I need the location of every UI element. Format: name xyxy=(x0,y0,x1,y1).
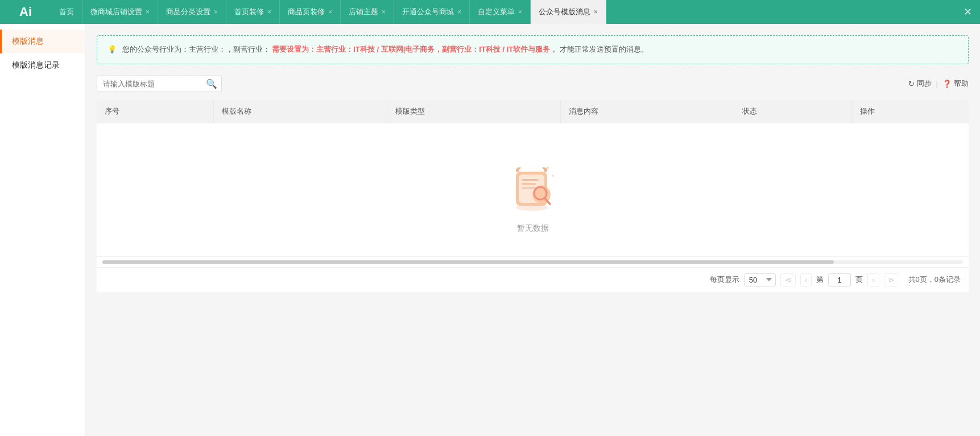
scrollbar-track[interactable] xyxy=(102,260,963,264)
svg-text:✦: ✦ xyxy=(551,174,555,178)
notice-suffix: 才能正常发送预置的消息。 xyxy=(560,45,648,53)
search-bar: 🔍 ↻ 同步 | ❓ 帮助 xyxy=(97,76,969,92)
nav-tab-custom-menu[interactable]: 自定义菜单× xyxy=(470,0,531,24)
tab-close-store-theme[interactable]: × xyxy=(382,8,386,16)
table-header: 序号模版名称模版类型消息内容状态操作 xyxy=(97,100,969,123)
sidebar: 模版消息模版消息记录 xyxy=(0,24,85,436)
col-header-content: 消息内容 xyxy=(560,100,734,123)
svg-text:✦: ✦ xyxy=(545,165,550,171)
toolbar-divider: | xyxy=(936,80,938,88)
help-button[interactable]: ❓ 帮助 xyxy=(942,78,969,89)
search-input-wrap: 🔍 xyxy=(97,76,222,92)
empty-icon: ✦ ✦ xyxy=(505,157,561,214)
nav-tab-open-mall[interactable]: 开通公众号商城× xyxy=(394,0,470,24)
page-suffix: 页 xyxy=(855,275,863,285)
top-nav: Ai 首页微商城店铺设置×商品分类设置×首页装修×商品页装修×店铺主题×开通公众… xyxy=(0,0,980,24)
svg-rect-3 xyxy=(522,179,539,181)
col-header-type: 模版类型 xyxy=(387,100,560,123)
data-table: 序号模版名称模版类型消息内容状态操作 xyxy=(97,100,969,256)
sidebar-item-template-message[interactable]: 模版消息 xyxy=(0,30,85,53)
table-body: ✦ ✦ 暂无数据 xyxy=(97,123,969,256)
next-page-button[interactable]: › xyxy=(867,273,879,286)
notice-box: 💡 您的公众号行业为：主营行业：，副营行业： 需要设置为：主营行业：IT科技 /… xyxy=(97,35,969,64)
search-input[interactable] xyxy=(97,76,222,92)
sync-icon: ↻ xyxy=(908,80,915,88)
empty-row: ✦ ✦ 暂无数据 xyxy=(97,123,969,256)
notice-prefix: 您的公众号行业为：主营行业：，副营行业： xyxy=(122,45,270,53)
content-area: 💡 您的公众号行业为：主营行业：，副营行业： 需要设置为：主营行业：IT科技 /… xyxy=(85,24,980,436)
sidebar-item-template-message-log[interactable]: 模版消息记录 xyxy=(0,53,85,77)
sync-label: 同步 xyxy=(917,78,932,89)
nav-tab-product-category[interactable]: 商品分类设置× xyxy=(158,0,226,24)
tab-close-homepage-decor[interactable]: × xyxy=(267,8,271,16)
logo: Ai xyxy=(0,0,51,24)
table-header-row: 序号模版名称模版类型消息内容状态操作 xyxy=(97,100,969,123)
prev-page-button[interactable]: ‹ xyxy=(800,273,812,286)
empty-state: ✦ ✦ 暂无数据 xyxy=(97,123,969,256)
page-number-input[interactable] xyxy=(828,273,851,286)
first-page-button[interactable]: ⊲ xyxy=(780,273,796,286)
table-wrapper: 序号模版名称模版类型消息内容状态操作 xyxy=(97,100,969,292)
tab-close-open-mall[interactable]: × xyxy=(457,8,461,16)
nav-tab-product-page-decor[interactable]: 商品页装修× xyxy=(280,0,341,24)
tab-close-custom-menu[interactable]: × xyxy=(518,8,522,16)
notice-highlight: 需要设置为：主营行业：IT科技 / 互联网|电子商务，副营行业：IT科技 / I… xyxy=(272,45,557,53)
nav-tab-wsc-settings[interactable]: 微商城店铺设置× xyxy=(82,0,158,24)
scrollbar-thumb xyxy=(102,260,834,264)
col-header-action: 操作 xyxy=(852,100,969,123)
tab-close-product-page-decor[interactable]: × xyxy=(328,8,332,16)
total-info: 共0页，0条记录 xyxy=(908,275,961,285)
nav-tab-home[interactable]: 首页 xyxy=(51,0,82,24)
notice-icon: 💡 xyxy=(107,45,117,53)
sync-button[interactable]: ↻ 同步 xyxy=(908,78,932,89)
tab-close-product-category[interactable]: × xyxy=(214,8,218,16)
per-page-label: 每页显示 xyxy=(710,275,739,285)
search-button[interactable]: 🔍 xyxy=(206,78,217,89)
tab-close-wsc-settings[interactable]: × xyxy=(146,8,150,16)
pagination-bar: 每页显示 102050100 ⊲ ‹ 第 页 › ⊳ 共0页，0条记录 xyxy=(97,267,969,292)
nav-tab-store-theme[interactable]: 店铺主题× xyxy=(341,0,394,24)
close-all-tabs-button[interactable]: ✕ xyxy=(956,6,980,18)
nav-tabs: 首页微商城店铺设置×商品分类设置×首页装修×商品页装修×店铺主题×开通公众号商城… xyxy=(51,0,956,24)
help-label: 帮助 xyxy=(954,78,969,89)
col-header-seq: 序号 xyxy=(97,100,213,123)
last-page-button[interactable]: ⊳ xyxy=(884,273,899,286)
scrollbar-area xyxy=(97,256,969,267)
nav-tab-template-msg[interactable]: 公众号模版消息× xyxy=(531,0,606,24)
empty-text: 暂无数据 xyxy=(108,223,957,234)
col-header-status: 状态 xyxy=(734,100,852,123)
tab-close-template-msg[interactable]: × xyxy=(594,8,598,16)
per-page-select[interactable]: 102050100 xyxy=(744,273,776,286)
toolbar-right: ↻ 同步 | ❓ 帮助 xyxy=(908,78,969,89)
col-header-name: 模版名称 xyxy=(213,100,387,123)
main-layout: 模版消息模版消息记录 💡 您的公众号行业为：主营行业：，副营行业： 需要设置为：… xyxy=(0,24,980,436)
nav-tab-homepage-decor[interactable]: 首页装修× xyxy=(226,0,280,24)
svg-rect-4 xyxy=(522,183,536,185)
page-label: 第 xyxy=(816,275,824,285)
help-icon: ❓ xyxy=(942,80,952,88)
